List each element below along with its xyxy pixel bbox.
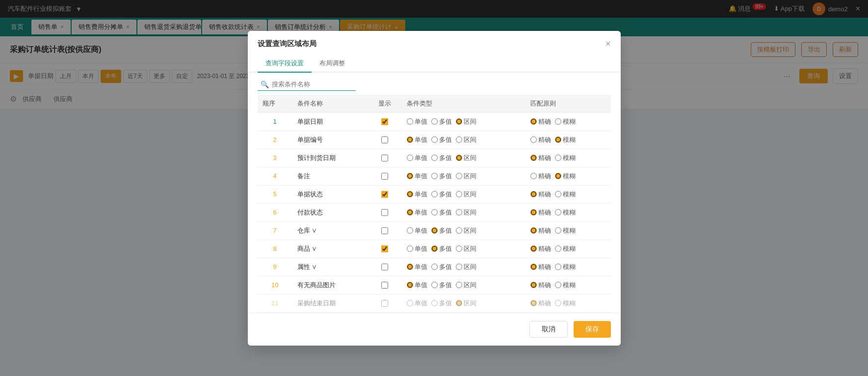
- th-match: 匹配原则: [526, 95, 611, 109]
- search-input-wrap: 🔍: [258, 79, 356, 91]
- modal-table-head: 顺序 条件名称 显示 条件类型 匹配原则: [258, 95, 611, 109]
- modal-table-header-row: 顺序 条件名称 显示 条件类型 匹配原则: [258, 95, 611, 109]
- modal-table-wrap: 顺序 条件名称 显示 条件类型 匹配原则 1单据日期单值多值区间精确模糊2单据编…: [248, 95, 621, 109]
- modal-close-button[interactable]: ×: [605, 39, 611, 49]
- modal-tabs: 查询字段设置 布局调整: [248, 55, 621, 73]
- modal-tab-query-fields-label: 查询字段设置: [265, 59, 304, 67]
- th-display: 显示: [367, 95, 402, 109]
- modal-tab-layout-label: 布局调整: [319, 59, 345, 67]
- modal-overlay: 设置查询区域布局 × 查询字段设置 布局调整 🔍 顺序: [0, 0, 868, 109]
- modal-tab-query-fields[interactable]: 查询字段设置: [258, 55, 312, 73]
- modal-header: 设置查询区域布局 ×: [248, 31, 621, 49]
- modal-search-area: 🔍: [248, 73, 621, 95]
- th-type: 条件类型: [402, 95, 525, 109]
- settings-modal: 设置查询区域布局 × 查询字段设置 布局调整 🔍 顺序: [248, 31, 621, 109]
- modal-title: 设置查询区域布局: [258, 39, 316, 49]
- th-order: 顺序: [258, 95, 292, 109]
- modal-table: 顺序 条件名称 显示 条件类型 匹配原则 1单据日期单值多值区间精确模糊2单据编…: [258, 95, 611, 109]
- th-name: 条件名称: [292, 95, 367, 109]
- modal-tab-layout[interactable]: 布局调整: [312, 55, 353, 73]
- search-icon: 🔍: [261, 81, 269, 88]
- search-input[interactable]: [272, 81, 350, 88]
